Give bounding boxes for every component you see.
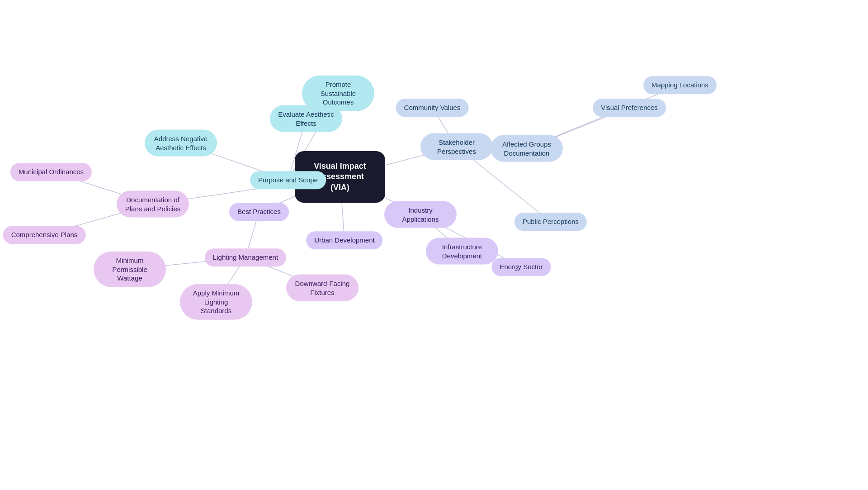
node-community[interactable]: Community Values [396,99,469,117]
node-applymin[interactable]: Apply Minimum Lighting Standards [180,284,252,320]
node-promote[interactable]: Promote Sustainable Outcomes [302,76,374,111]
node-purpose[interactable]: Purpose and Scope [250,171,326,189]
node-municipal[interactable]: Municipal Ordinances [10,163,92,181]
node-minwatt[interactable]: Minimum Permissible Wattage [94,252,166,287]
node-affected[interactable]: Affected Groups Documentation [491,135,563,162]
node-energy[interactable]: Energy Sector [491,258,551,276]
node-stakeholder[interactable]: Stakeholder Perspectives [420,133,493,160]
mind-map: Visual Impact Assessment (VIA)Evaluate A… [0,0,868,490]
node-industry[interactable]: Industry Applications [384,201,457,228]
node-infra[interactable]: Infrastructure Development [426,238,498,265]
node-visual-prefs[interactable]: Visual Preferences [593,99,666,117]
node-docplans[interactable]: Documentation of Plans and Policies [117,191,189,218]
node-downward[interactable]: Downward-Facing Fixtures [286,275,359,301]
node-public[interactable]: Public Perceptions [514,213,587,231]
node-best[interactable]: Best Practices [229,203,289,221]
node-urban[interactable]: Urban Development [306,231,382,249]
node-comprehensive[interactable]: Comprehensive Plans [3,226,86,244]
node-lighting[interactable]: Lighting Management [205,248,286,266]
node-mapping[interactable]: Mapping Locations [643,76,717,94]
node-address[interactable]: Address Negative Aesthetic Effects [145,130,217,157]
